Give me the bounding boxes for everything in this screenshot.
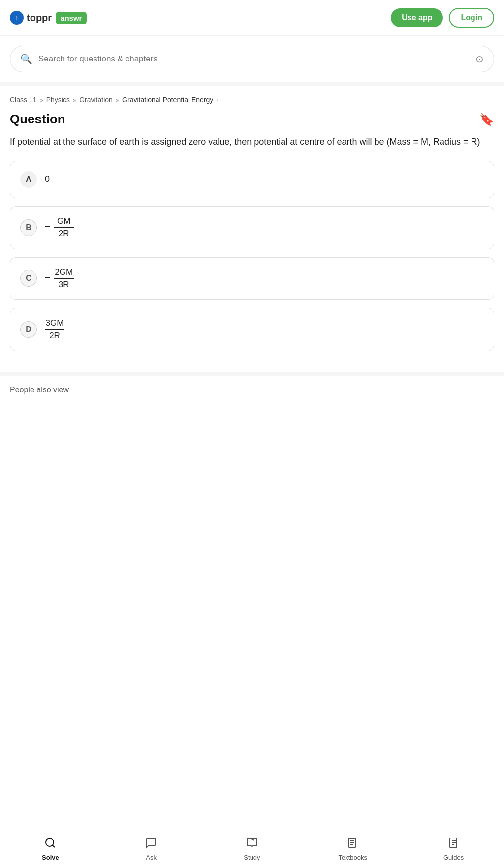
search-icon: 🔍 — [20, 53, 32, 65]
breadcrumb-class11[interactable]: Class 11 — [10, 96, 36, 104]
also-view-section: People also view — [0, 372, 504, 444]
bottom-nav: Solve Ask Study Textbooks — [0, 832, 504, 868]
nav-textbooks[interactable]: Textbooks — [338, 837, 368, 861]
option-a-label: A — [20, 171, 37, 188]
login-button[interactable]: Login — [449, 8, 494, 28]
nav-study[interactable]: Study — [237, 837, 267, 861]
nav-ask-label: Ask — [146, 854, 157, 861]
study-icon — [246, 837, 258, 852]
nav-textbooks-label: Textbooks — [339, 854, 368, 861]
nav-study-label: Study — [244, 854, 260, 861]
bookmark-icon[interactable]: 🔖 — [479, 113, 494, 126]
toppr-logo: ↑ toppr — [10, 11, 52, 25]
option-c-negative: − — [45, 272, 51, 283]
header: ↑ toppr answr Use app Login — [0, 0, 504, 36]
option-b[interactable]: B − GM 2R — [10, 206, 494, 249]
question-text: If potential at the surface of earth is … — [10, 135, 494, 149]
breadcrumb-gpe[interactable]: Gravitational Potential Energy — [122, 96, 213, 104]
option-a[interactable]: A 0 — [10, 161, 494, 198]
option-b-fraction: GM 2R — [54, 216, 74, 239]
option-b-value: − GM 2R — [45, 216, 74, 239]
search-input[interactable] — [38, 54, 470, 64]
option-d-value: 3GM 2R — [45, 318, 64, 341]
nav-solve-label: Solve — [42, 854, 59, 861]
option-c-label: C — [20, 270, 37, 287]
textbooks-icon — [347, 837, 359, 852]
search-bar[interactable]: 🔍 ⊙ — [10, 46, 494, 72]
option-c-fraction: 2GM 3R — [54, 268, 74, 290]
option-a-value: 0 — [45, 174, 50, 184]
svg-line-1 — [53, 845, 55, 847]
option-d-fraction: 3GM 2R — [45, 318, 64, 341]
nav-ask[interactable]: Ask — [136, 837, 166, 861]
option-d[interactable]: D 3GM 2R — [10, 308, 494, 351]
section-divider — [0, 82, 504, 86]
breadcrumb-physics[interactable]: Physics — [46, 96, 70, 104]
use-app-button[interactable]: Use app — [391, 8, 443, 27]
also-view-title: People also view — [10, 386, 69, 394]
breadcrumb: Class 11 » Physics » Gravitation » Gravi… — [0, 86, 504, 108]
question-section: Question 🔖 If potential at the surface o… — [0, 108, 504, 367]
toppr-text: toppr — [27, 12, 52, 24]
solve-icon — [44, 837, 56, 852]
question-title: Question — [10, 112, 65, 127]
answr-badge: answr — [56, 12, 87, 24]
nav-solve[interactable]: Solve — [35, 837, 65, 861]
breadcrumb-gravitation[interactable]: Gravitation — [79, 96, 113, 104]
option-c-value: − 2GM 3R — [45, 268, 74, 290]
header-right: Use app Login — [391, 8, 494, 28]
question-header: Question 🔖 — [10, 112, 494, 127]
option-d-label: D — [20, 321, 37, 338]
ask-icon — [145, 837, 157, 852]
header-left: ↑ toppr answr — [10, 11, 87, 25]
option-c[interactable]: C − 2GM 3R — [10, 257, 494, 300]
option-b-negative: − — [45, 221, 51, 232]
svg-point-0 — [46, 838, 54, 846]
search-section: 🔍 ⊙ — [0, 36, 504, 82]
nav-guides-label: Guides — [443, 854, 464, 861]
option-b-label: B — [20, 219, 37, 236]
nav-guides[interactable]: Guides — [439, 837, 469, 861]
camera-icon[interactable]: ⊙ — [475, 53, 484, 65]
guides-icon — [448, 837, 460, 852]
toppr-arrow-icon: ↑ — [10, 11, 24, 25]
